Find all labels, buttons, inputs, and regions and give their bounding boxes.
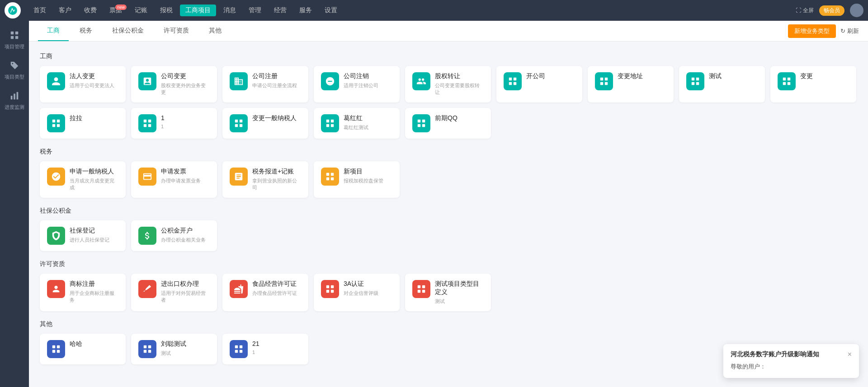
nav-tax[interactable]: 报税: [155, 5, 178, 16]
card-icon-shenqing-nashuiren: [47, 168, 65, 186]
svg-rect-37: [326, 120, 329, 122]
refresh-button[interactable]: ↻ 刷新: [840, 27, 859, 35]
card-liucong[interactable]: 刘聪测试 测试: [131, 334, 217, 364]
card-qianqi[interactable]: 前期QQ: [405, 108, 491, 139]
svg-rect-16: [605, 82, 608, 85]
svg-rect-43: [418, 124, 420, 127]
svg-rect-65: [235, 345, 238, 348]
card-text-biangeng-nashuiren: 变更一般纳税人: [252, 114, 301, 124]
card-text-jinchuko: 进出口权办理 适用于对外贸易经营者: [161, 280, 210, 304]
svg-rect-15: [600, 82, 603, 85]
svg-rect-39: [326, 124, 329, 127]
card-guquan[interactable]: 股权转让 公司变更需要股权转让: [405, 66, 491, 103]
svg-rect-13: [600, 78, 603, 80]
card-shipin-xuke[interactable]: 食品经营许可证 办理食品经营许可证: [222, 274, 308, 311]
svg-rect-14: [605, 78, 608, 80]
card-text-gszhu: 公司注册 申请公司注册全流程: [252, 72, 301, 89]
nav-operate[interactable]: 经营: [269, 5, 292, 16]
tab-qita[interactable]: 其他: [200, 21, 231, 41]
section-title-shebao: 社保公积金: [40, 207, 857, 215]
new-type-button[interactable]: 新增业务类型: [788, 24, 836, 38]
svg-rect-59: [52, 350, 55, 353]
nav-accounting[interactable]: 记账: [129, 5, 153, 16]
refresh-icon: ↻: [840, 28, 845, 34]
tab-shuiwu[interactable]: 税务: [71, 21, 101, 41]
svg-rect-57: [52, 345, 55, 348]
sidebar-label-project-manage: 项目管理: [5, 43, 24, 50]
card-lala[interactable]: 拉拉: [40, 108, 126, 139]
nav-home[interactable]: 首页: [28, 5, 52, 16]
content-area: 工商 法人变更 适用于公司变更法人 公司变更 股权变更外的业务变更: [29, 42, 868, 382]
tab-gongshang[interactable]: 工商: [38, 21, 69, 41]
svg-rect-49: [326, 285, 329, 288]
card-icon-ceshi: [686, 72, 704, 90]
card-gszhu[interactable]: 公司注册 申请公司注册全流程: [222, 66, 308, 103]
card-shenqing-nashuiren[interactable]: 申请一般纳税人 当月或次月成变更完成: [40, 161, 126, 198]
nav-fee[interactable]: 收费: [79, 5, 102, 16]
logo[interactable]: [5, 2, 21, 19]
svg-rect-53: [418, 285, 420, 288]
svg-rect-28: [57, 124, 60, 127]
card-shuiwu-baodao[interactable]: 税务报道+记账 拿到营业执照的新公司: [222, 161, 308, 198]
card-text-xinxiangmu: 新项目 报税加税控盘保管: [344, 168, 392, 184]
card-text-kaigongsi: 开公司: [526, 72, 575, 82]
sidebar-item-project-manage[interactable]: 项目管理: [0, 24, 29, 55]
card-shangbiao[interactable]: 商标注册 用于企业商标注册服务: [40, 274, 126, 311]
nav-ticket[interactable]: 票据 new: [104, 5, 127, 16]
card-icon-gehonghong: [321, 114, 339, 132]
notif-close-button[interactable]: ×: [848, 350, 852, 359]
nav-service[interactable]: 服务: [294, 5, 317, 16]
card-icon-lala: [47, 114, 65, 132]
card-3a[interactable]: 3A认证 对企业信誉评级: [314, 274, 400, 311]
card-text-haha: 哈哈: [70, 340, 118, 350]
card-jinchuko[interactable]: 进出口权办理 适用于对外贸易经营者: [131, 274, 217, 311]
card-21[interactable]: 21 1: [222, 334, 308, 364]
card-biangeng-nashuiren[interactable]: 变更一般纳税人: [222, 108, 308, 139]
fullscreen-btn[interactable]: ⛶ 全屏: [796, 7, 814, 14]
card-text-lala: 拉拉: [70, 114, 118, 124]
card-gsbiangeng[interactable]: 公司变更 股权变更外的业务变更: [131, 66, 217, 103]
svg-rect-55: [418, 289, 420, 292]
card-haha[interactable]: 哈哈: [40, 334, 126, 364]
card-biangengdizhi[interactable]: 变更地址: [588, 66, 674, 103]
sidebar-item-project-type[interactable]: 项目类型: [0, 55, 29, 85]
card-kaigongsi[interactable]: 开公司: [496, 66, 582, 103]
nav-manage[interactable]: 管理: [243, 5, 267, 16]
card-text-gszuxiao: 公司注销 适用于注销公司: [344, 72, 392, 89]
card-fazren[interactable]: 法人变更 适用于公司变更法人: [40, 66, 126, 103]
sidebar-label-progress: 进度监测: [5, 104, 24, 111]
card-shebao-dengji[interactable]: 社保登记 进行人员社保登记: [40, 220, 126, 251]
avatar[interactable]: [850, 4, 863, 17]
card-gszuxiao[interactable]: 公司注销 适用于注销公司: [314, 66, 400, 103]
tab-shebao[interactable]: 社保公积金: [103, 21, 153, 41]
nav-client[interactable]: 客户: [53, 5, 77, 16]
card-icon-jinchuko: [138, 280, 156, 298]
card-one[interactable]: 1 1: [131, 108, 217, 139]
vip-button[interactable]: 畅会员: [819, 5, 844, 16]
tab-bar: 工商 税务 社保公积金 许可资质 其他 新增业务类型 ↻ 刷新: [29, 21, 868, 42]
svg-rect-18: [696, 78, 699, 80]
sidebar-item-progress[interactable]: 进度监测: [0, 85, 29, 115]
svg-rect-19: [692, 82, 694, 85]
nav-message[interactable]: 消息: [218, 5, 241, 16]
card-icon-shebao-dengji: [47, 227, 65, 245]
grid-icon: [8, 29, 21, 42]
svg-rect-10: [514, 78, 516, 80]
card-icon-guquan: [412, 72, 430, 90]
card-biangeng[interactable]: 变更: [770, 66, 856, 103]
svg-rect-42: [422, 120, 425, 122]
svg-rect-56: [422, 289, 425, 292]
card-xinxiangmu[interactable]: 新项目 报税加税控盘保管: [314, 161, 400, 198]
svg-rect-40: [331, 124, 334, 127]
notification-panel: 河北税务数字账户升级影响通知 × 尊敬的用户：: [723, 344, 859, 378]
card-shenqing-fapiao[interactable]: 申请发票 办理申请发票业务: [131, 161, 217, 198]
card-text-3a: 3A认证 对企业信誉评级: [344, 280, 392, 297]
tab-xuke[interactable]: 许可资质: [155, 21, 198, 41]
svg-point-0: [8, 6, 17, 15]
card-gongjijin-kaihu[interactable]: 公积金开户 办理公积金相关业务: [131, 220, 217, 251]
card-ceshi-xuke[interactable]: 测试项目类型目定义 测试: [405, 274, 491, 311]
card-gehonghong[interactable]: 葛红红 葛红红测试: [314, 108, 400, 139]
nav-gongshang[interactable]: 工商项目: [180, 5, 216, 16]
card-ceshi[interactable]: 测试: [679, 66, 765, 103]
nav-settings[interactable]: 设置: [319, 5, 343, 16]
